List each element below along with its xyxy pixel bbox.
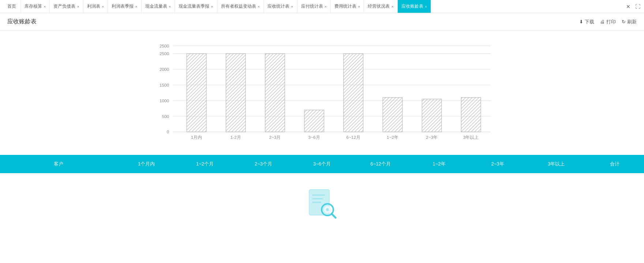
bar-3-6月 — [304, 110, 324, 132]
tab-home[interactable]: 首页 — [3, 0, 21, 13]
svg-text:1~2年: 1~2年 — [387, 135, 398, 140]
tab-应收账龄表[interactable]: 应收账龄表 × — [398, 0, 431, 13]
chart-area: 0 500 1000 1500 2000 2500 2500 1月内 1-2月 … — [0, 31, 644, 155]
svg-text:1月内: 1月内 — [191, 135, 202, 140]
header-1-2年: 1~2年 — [410, 161, 468, 167]
close-tab-库存核算[interactable]: × — [44, 4, 46, 9]
close-tab-费用统计表[interactable]: × — [358, 4, 360, 9]
svg-text:3年以上: 3年以上 — [463, 135, 479, 140]
header-3年以上: 3年以上 — [527, 161, 585, 167]
svg-point-30 — [326, 208, 329, 211]
download-icon: ⬇ — [579, 19, 583, 24]
tab-bar: 首页 库存核算 × 资产负债表 × 利润表 × 利润表季报 × 现金流量表 × … — [0, 0, 644, 13]
bar-1-2年 — [383, 98, 402, 132]
close-tab-现金流量表[interactable]: × — [169, 4, 171, 9]
svg-text:1500: 1500 — [160, 83, 169, 87]
print-icon: 🖨 — [600, 19, 605, 24]
bar-chart: 0 500 1000 1500 2000 2500 2500 1月内 1-2月 … — [15, 38, 629, 148]
svg-text:500: 500 — [162, 114, 169, 119]
empty-document-icon — [306, 188, 338, 221]
header-6-12个月: 6~12个月 — [351, 161, 410, 167]
page-header: 应收账龄表 ⬇ 下载 🖨 打印 ↻ 刷新 — [0, 13, 644, 31]
table-header: 客户 1个月内 1~2个月 2~3个月 3~6个月 6~12个月 1~2年 2~… — [0, 155, 644, 173]
window-close-button[interactable]: ✕ — [625, 3, 632, 10]
tab-费用统计表[interactable]: 费用统计表 × — [331, 0, 364, 13]
svg-text:0: 0 — [167, 129, 169, 134]
tab-现金流量表季报[interactable]: 现金流量表季报 × — [175, 0, 217, 13]
print-button[interactable]: 🖨 打印 — [600, 19, 616, 25]
bar-3年以上 — [461, 98, 481, 132]
svg-rect-25 — [312, 198, 323, 199]
header-3-6个月: 3~6个月 — [293, 161, 351, 167]
svg-text:1000: 1000 — [160, 98, 169, 103]
svg-text:2~3年: 2~3年 — [426, 135, 438, 140]
tab-现金流量表[interactable]: 现金流量表 × — [142, 0, 175, 13]
close-tab-现金流量表季报[interactable]: × — [211, 4, 213, 9]
tab-应付统计表[interactable]: 应付统计表 × — [297, 0, 331, 13]
close-tab-所有者权益变动表[interactable]: × — [258, 4, 260, 9]
close-tab-资产负债表[interactable]: × — [77, 4, 79, 9]
tab-资产负债表[interactable]: 资产负债表 × — [50, 0, 83, 13]
close-tab-应收账龄表[interactable]: × — [425, 4, 427, 9]
close-tab-利润表[interactable]: × — [102, 4, 104, 9]
svg-line-29 — [332, 214, 336, 218]
svg-text:2~3月: 2~3月 — [269, 135, 281, 140]
close-tab-应收统计表[interactable]: × — [291, 4, 293, 9]
svg-text:2000: 2000 — [160, 67, 169, 72]
close-tab-利润表季报[interactable]: × — [135, 4, 137, 9]
svg-text:2500: 2500 — [160, 51, 169, 56]
bar-1-2月 — [226, 54, 246, 132]
close-tab-应付统计表[interactable]: × — [325, 4, 327, 9]
bar-6-12月 — [344, 54, 363, 132]
svg-rect-26 — [312, 202, 321, 203]
tab-库存核算[interactable]: 库存核算 × — [21, 0, 50, 13]
tab-经营状况表[interactable]: 经营状况表 × — [364, 0, 397, 13]
window-maximize-button[interactable]: ⛶ — [634, 3, 641, 10]
empty-state-icon — [306, 188, 338, 226]
svg-text:6~12月: 6~12月 — [346, 135, 360, 140]
refresh-button[interactable]: ↻ 刷新 — [622, 19, 637, 25]
bar-1月内 — [187, 54, 206, 132]
empty-state — [0, 173, 644, 232]
bar-2-3月 — [265, 54, 285, 132]
tab-利润表[interactable]: 利润表 × — [83, 0, 108, 13]
header-2-3个月: 2~3个月 — [234, 161, 293, 167]
svg-rect-24 — [312, 194, 325, 196]
svg-text:1-2月: 1-2月 — [231, 135, 241, 140]
refresh-icon: ↻ — [622, 19, 626, 24]
tab-利润表季报[interactable]: 利润表季报 × — [108, 0, 141, 13]
tab-所有者权益变动表[interactable]: 所有者权益变动表 × — [217, 0, 264, 13]
header-2-3年: 2~3年 — [468, 161, 527, 167]
close-tab-经营状况表[interactable]: × — [391, 4, 393, 9]
svg-text:3~6月: 3~6月 — [308, 135, 320, 140]
header-actions: ⬇ 下载 🖨 打印 ↻ 刷新 — [579, 19, 637, 25]
header-合计: 合计 — [585, 161, 644, 167]
svg-text:2500: 2500 — [160, 43, 169, 48]
header-1-2个月: 1~2个月 — [176, 161, 234, 167]
bar-2-3年 — [422, 99, 442, 132]
main-content: 0 500 1000 1500 2000 2500 2500 1月内 1-2月 … — [0, 31, 644, 263]
window-controls: ✕ ⛶ — [625, 3, 641, 10]
download-button[interactable]: ⬇ 下载 — [579, 19, 594, 25]
header-客户: 客户 — [0, 161, 117, 167]
page-title: 应收账龄表 — [7, 18, 37, 26]
tab-应收统计表[interactable]: 应收统计表 × — [264, 0, 297, 13]
chart-container: 0 500 1000 1500 2000 2500 2500 1月内 1-2月 … — [15, 38, 629, 148]
header-1个月内: 1个月内 — [117, 161, 176, 167]
